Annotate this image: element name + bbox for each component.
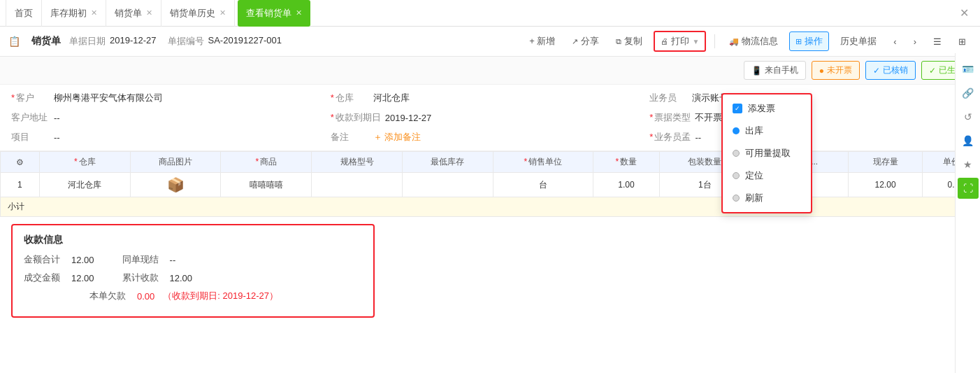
from-phone-button[interactable]: 📱 来自手机: [744, 61, 806, 80]
transaction-amount-label: 成交金额: [24, 272, 66, 284]
total-amount-field: 金额合计 12.00: [24, 253, 94, 266]
col-model: 规格型号: [312, 152, 403, 173]
warehouse-label: 仓库: [331, 92, 369, 104]
doc-header: 📋 销货单 单据日期 2019-12-27 单据编号 SA-20191227-0…: [0, 27, 980, 57]
add-invoice-label: 添发票: [748, 102, 775, 115]
customer-value: 柳州粤港平安气体有限公司: [54, 92, 163, 104]
tab-bar: 首页 库存期初 ✕ 销货单 ✕ 销货单历史 ✕ 查看销货单 ✕ ✕: [0, 0, 980, 27]
new-button[interactable]: + 新增: [524, 32, 561, 50]
dot-orange: ●: [819, 66, 824, 76]
close-sales-order-tab[interactable]: ✕: [146, 8, 152, 17]
row-min-stock: [402, 173, 493, 197]
tab-sales-history[interactable]: 销货单历史 ✕: [161, 0, 235, 27]
row-seq: 1: [1, 173, 40, 197]
doc-icon: 📋: [8, 36, 20, 47]
tab-home[interactable]: 首页: [6, 0, 42, 27]
row-product: 嘻嘻嘻嘻: [221, 173, 312, 197]
same-order-value: --: [170, 255, 176, 265]
sidebar-link-icon[interactable]: 🔗: [958, 83, 979, 104]
close-sales-history-tab[interactable]: ✕: [219, 8, 226, 17]
close-inventory-init-tab[interactable]: ✕: [91, 8, 97, 17]
location-item[interactable]: 定位: [723, 164, 811, 187]
row-product-img: 📦: [130, 173, 221, 197]
confirm-button[interactable]: ✓ 已核销: [865, 61, 916, 80]
logistics-button[interactable]: 🚚 物流信息: [723, 32, 784, 50]
total-amount-value: 12.00: [71, 255, 94, 265]
sidebar-user-icon[interactable]: 👤: [958, 130, 979, 151]
toolbar-separator-1: [714, 34, 715, 48]
outbound-item[interactable]: 出库: [723, 120, 811, 142]
date-value: 2019-12-27: [110, 35, 157, 48]
product-image: 📦: [167, 177, 185, 192]
collection-row-3: 本单欠款 0.00 （收款到期日: 2019-12-27）: [24, 290, 362, 302]
print-button[interactable]: 🖨 打印 ▼: [654, 31, 706, 52]
doc-title-area: 📋 销货单 单据日期 2019-12-27 单据编号 SA-20191227-0…: [8, 35, 282, 48]
refresh-item[interactable]: 刷新: [723, 187, 811, 209]
warehouse-value: 河北仓库: [373, 92, 410, 104]
owed-note: （收款到期日: 2019-12-27）: [163, 290, 278, 302]
due-date-field: 收款到期日 2019-12-27: [331, 111, 650, 124]
current-owed-label: 本单欠款: [89, 290, 131, 302]
add-note-button[interactable]: ＋ 添加备注: [373, 131, 421, 143]
address-field: 客户地址 --: [11, 111, 331, 124]
ticket-type-value: 不开票: [695, 111, 722, 124]
tab-inventory-init[interactable]: 库存期初 ✕: [42, 0, 106, 27]
current-owed-field: 本单欠款 0.00 （收款到期日: 2019-12-27）: [89, 290, 278, 302]
products-table: ⚙ 仓库 商品图片 商品 规格型号 最低库存 销售单位 数量 包装数量 可用量 …: [0, 151, 980, 217]
table-section: ⚙ 仓库 商品图片 商品 规格型号 最低库存 销售单位 数量 包装数量 可用量 …: [0, 151, 980, 217]
operations-button[interactable]: ⊞ 操作: [789, 31, 829, 51]
check-green-icon: ✓: [929, 66, 936, 76]
col-current-stock: 现存量: [849, 152, 923, 173]
tab-view-sales[interactable]: 查看销货单 ✕: [238, 0, 310, 27]
due-date-value: 2019-12-27: [385, 113, 432, 123]
tab-sales-order[interactable]: 销货单 ✕: [106, 0, 161, 27]
add-invoice-item[interactable]: ✓ 添发票: [723, 97, 811, 120]
transaction-amount-value: 12.00: [71, 273, 94, 283]
next-record-button[interactable]: ›: [908, 34, 922, 50]
project-label: 项目: [11, 131, 50, 143]
copy-button[interactable]: ⧉ 复制: [610, 32, 648, 50]
sidebar-card-icon[interactable]: 🪪: [958, 59, 979, 80]
not-opened-button[interactable]: ● 未开票: [812, 61, 860, 80]
check-icon: ✓: [873, 66, 880, 76]
sidebar-star-icon[interactable]: ★: [958, 154, 979, 175]
window-close-button[interactable]: ✕: [954, 6, 974, 20]
location-radio: [733, 172, 740, 179]
date-label: 单据日期: [69, 35, 106, 48]
form-row-3: 项目 -- 备注 ＋ 添加备注 业务员孟 --: [11, 131, 969, 143]
col-product: 商品: [221, 152, 312, 173]
location-label: 定位: [745, 169, 763, 182]
table-row: 1 河北仓库 📦 嘻嘻嘻嘻 台 1.00 1台 12.00 0.: [1, 173, 980, 197]
sidebar-refresh-icon[interactable]: ↺: [958, 106, 979, 127]
outbound-label: 出库: [745, 125, 763, 137]
current-owed-value: 0.00: [137, 291, 154, 302]
transaction-amount-field: 成交金额 12.00: [24, 272, 94, 284]
staff2-label: 业务员孟: [649, 131, 691, 143]
sidebar-expand-icon[interactable]: ⛶: [958, 178, 979, 199]
project-field: 项目 --: [11, 131, 331, 143]
share-button[interactable]: ↗ 分享: [566, 32, 605, 50]
toolbar: + 新增 ↗ 分享 ⧉ 复制 🖨 打印 ▼ 🚚 物流信: [524, 31, 972, 52]
phone-icon: 📱: [751, 66, 762, 76]
collection-section: 收款信息 金额合计 12.00 同单现结 -- 成交金额 12.00 累计收款: [11, 224, 375, 318]
col-settings[interactable]: ⚙: [1, 152, 40, 173]
col-warehouse: 仓库: [39, 152, 130, 173]
due-date-label: 收款到期日: [331, 111, 381, 124]
form-row-1: 客户 柳州粤港平安气体有限公司 仓库 河北仓库 业务员 演示账号: [11, 92, 969, 104]
grid-view-button[interactable]: ☰: [928, 34, 947, 50]
available-qty-radio: [733, 150, 740, 157]
available-qty-item[interactable]: 可用量提取: [723, 142, 811, 164]
card-view-button[interactable]: ⊞: [953, 34, 972, 50]
customer-label: 客户: [11, 92, 50, 104]
staff-label: 业务员: [649, 92, 688, 104]
right-sidebar: 🪪 🔗 ↺ 👤 ★ ⛶: [955, 53, 980, 373]
outbound-radio: [733, 127, 740, 134]
collection-row-1: 金额合计 12.00 同单现结 --: [24, 253, 362, 266]
close-view-sales-tab[interactable]: ✕: [296, 8, 302, 17]
accumulated-label: 累计收款: [122, 272, 164, 284]
address-label: 客户地址: [11, 111, 50, 124]
col-min-stock: 最低库存: [402, 152, 493, 173]
prev-record-button[interactable]: ‹: [888, 34, 902, 50]
col-unit: 销售单位: [493, 152, 593, 173]
history-button[interactable]: 历史单据: [835, 32, 882, 50]
